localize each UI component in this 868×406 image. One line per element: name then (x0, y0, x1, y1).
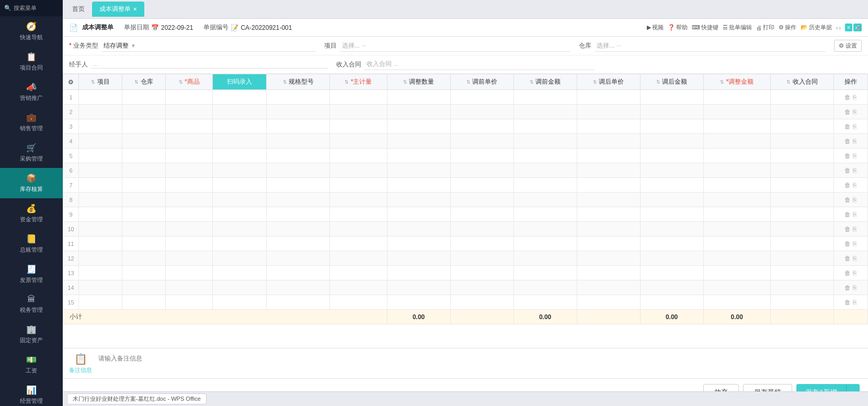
cell-income-contract-13[interactable] (770, 266, 833, 280)
cell-income-contract-10[interactable] (770, 222, 833, 236)
cell-before-price-14[interactable] (450, 280, 513, 295)
copy-row-8[interactable]: ⎘ (853, 196, 856, 204)
cell-spec-13[interactable] (267, 266, 330, 280)
delete-row-6[interactable]: 🗑 (844, 167, 851, 174)
cell-warehouse-7[interactable] (122, 178, 165, 193)
cell-income-contract-7[interactable] (770, 178, 833, 193)
cell-adj-qty-10[interactable] (387, 222, 450, 236)
cell-scan-4[interactable] (213, 134, 267, 149)
cell-before-price-12[interactable] (450, 251, 513, 266)
sort-icon[interactable]: ⇅ (345, 80, 349, 85)
cell-spec-9[interactable] (267, 207, 330, 222)
cell-scan-13[interactable] (213, 266, 267, 280)
sidebar-search[interactable]: 🔍 搜索菜单 (0, 0, 63, 16)
cell-spec-2[interactable] (267, 105, 330, 119)
income-contract-value[interactable]: 收入合同 ... (364, 59, 595, 70)
cell-after-amount-13[interactable] (640, 266, 703, 280)
cell-spec-4[interactable] (267, 134, 330, 149)
cell-adj-amount-13[interactable] (703, 266, 770, 280)
cell-adj-amount-1[interactable] (703, 90, 770, 105)
sidebar-item-biz-mgmt[interactable]: 📊 经营管理 (0, 380, 63, 406)
delete-row-14[interactable]: 🗑 (844, 284, 851, 291)
cell-unit-10[interactable] (330, 222, 387, 236)
cell-product-10[interactable] (165, 222, 212, 236)
cell-product-9[interactable] (165, 207, 212, 222)
delete-row-3[interactable]: 🗑 (844, 123, 851, 130)
cell-adj-amount-5[interactable] (703, 149, 770, 163)
cell-adj-amount-7[interactable] (703, 178, 770, 193)
settings-button[interactable]: ⚙ 设置 (834, 40, 862, 52)
list-view-icon[interactable]: ≡ (845, 24, 852, 31)
cell-spec-14[interactable] (267, 280, 330, 295)
cell-adj-qty-15[interactable] (387, 295, 450, 310)
cell-project-8[interactable] (79, 193, 122, 207)
cell-income-contract-14[interactable] (770, 280, 833, 295)
sidebar-item-sales-mgmt[interactable]: 💼 销售管理 (0, 107, 63, 138)
sidebar-item-tax-mgmt[interactable]: 🏛 税务管理 (0, 289, 63, 319)
cell-project-13[interactable] (79, 266, 122, 280)
sidebar-item-project-contract[interactable]: 📋 项目合同 (0, 47, 63, 77)
cell-warehouse-9[interactable] (122, 207, 165, 222)
copy-row-13[interactable]: ⎘ (853, 269, 856, 277)
cell-adj-qty-13[interactable] (387, 266, 450, 280)
cell-after-price-12[interactable] (577, 251, 640, 266)
sidebar-item-ledger-mgmt[interactable]: 📒 总账管理 (0, 229, 63, 259)
cell-after-amount-14[interactable] (640, 280, 703, 295)
sort-icon[interactable]: ⇅ (593, 80, 597, 85)
cell-unit-9[interactable] (330, 207, 387, 222)
sidebar-item-inventory[interactable]: 📦 库存核算 (0, 168, 63, 198)
cell-scan-2[interactable] (213, 105, 267, 119)
cell-adj-qty-2[interactable] (387, 105, 450, 119)
copy-row-6[interactable]: ⎘ (853, 167, 856, 174)
cell-after-price-4[interactable] (577, 134, 640, 149)
cell-project-5[interactable] (79, 149, 122, 163)
cell-before-price-2[interactable] (450, 105, 513, 119)
cell-income-contract-1[interactable] (770, 90, 833, 105)
cell-before-amount-14[interactable] (513, 280, 577, 295)
handler-dots[interactable]: ... (93, 61, 97, 67)
cell-before-amount-13[interactable] (513, 266, 577, 280)
sidebar-item-payroll[interactable]: 💵 工资 (0, 349, 63, 380)
sort-icon[interactable]: ⇅ (530, 80, 534, 85)
cell-before-price-7[interactable] (450, 178, 513, 193)
cell-scan-15[interactable] (213, 295, 267, 310)
cell-before-amount-2[interactable] (513, 105, 577, 119)
copy-row-15[interactable]: ⎘ (853, 299, 856, 306)
taskbar-item[interactable]: 木门行业好业财处理方案-墓红红.doc - WPS Office (67, 393, 207, 404)
delete-row-4[interactable]: 🗑 (844, 138, 851, 145)
delete-row-8[interactable]: 🗑 (844, 196, 851, 204)
cell-before-amount-7[interactable] (513, 178, 577, 193)
cell-after-amount-2[interactable] (640, 105, 703, 119)
cell-after-price-10[interactable] (577, 222, 640, 236)
copy-row-1[interactable]: ⎘ (853, 94, 856, 101)
sidebar-item-quick-nav[interactable]: 🧭 快速导航 (0, 16, 63, 47)
cell-after-price-8[interactable] (577, 193, 640, 207)
cell-after-price-13[interactable] (577, 266, 640, 280)
copy-row-4[interactable]: ⎘ (853, 138, 856, 145)
cell-warehouse-11[interactable] (122, 236, 165, 251)
operate-action[interactable]: ⚙ 操作 (779, 24, 796, 31)
close-window-button[interactable]: ✕ (855, 23, 862, 33)
cell-unit-12[interactable] (330, 251, 387, 266)
cell-adj-amount-6[interactable] (703, 163, 770, 178)
cell-income-contract-4[interactable] (770, 134, 833, 149)
cell-spec-3[interactable] (267, 119, 330, 134)
cell-warehouse-2[interactable] (122, 105, 165, 119)
cell-unit-11[interactable] (330, 236, 387, 251)
cell-adj-amount-10[interactable] (703, 222, 770, 236)
cell-after-amount-1[interactable] (640, 90, 703, 105)
cell-before-price-6[interactable] (450, 163, 513, 178)
tab-close-icon[interactable]: ✕ (133, 6, 137, 12)
cell-adj-qty-6[interactable] (387, 163, 450, 178)
cell-spec-10[interactable] (267, 222, 330, 236)
hotkey-action[interactable]: ⌨ 快捷键 (692, 24, 718, 31)
print-action[interactable]: 🖨 打印 (756, 24, 774, 31)
cell-income-contract-9[interactable] (770, 207, 833, 222)
help-action[interactable]: ❓ 帮助 (668, 24, 688, 31)
cell-after-price-5[interactable] (577, 149, 640, 163)
delete-row-7[interactable]: 🗑 (844, 182, 851, 189)
sort-icon[interactable]: ⇅ (656, 80, 660, 85)
cell-before-price-10[interactable] (450, 222, 513, 236)
cell-warehouse-1[interactable] (122, 90, 165, 105)
cell-project-12[interactable] (79, 251, 122, 266)
